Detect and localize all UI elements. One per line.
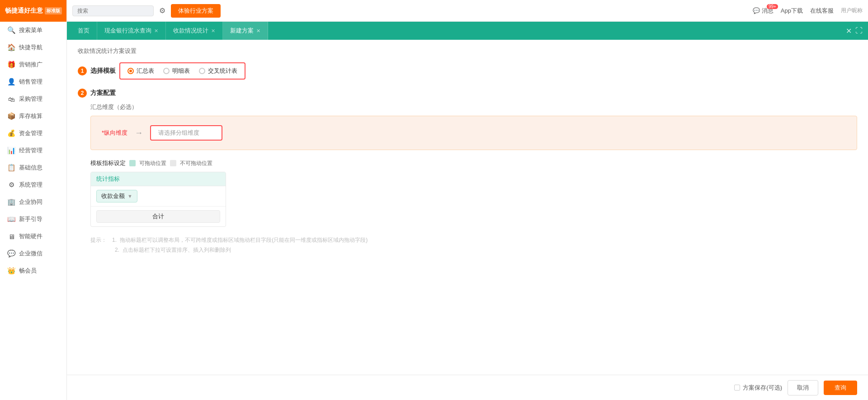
- main-area: ⚙ 体验行业方案 💬 消息 99+ App下载 在线客服 用户昵称 首页 现金银…: [67, 0, 868, 400]
- tab-collection-close-icon[interactable]: ✕: [211, 28, 215, 34]
- trial-btn[interactable]: 体验行业方案: [171, 4, 221, 18]
- radio-summary-label: 汇总表: [137, 67, 154, 75]
- inventory-icon: 📦: [7, 112, 15, 120]
- online-support-link[interactable]: 在线客服: [810, 7, 834, 15]
- tab-collection-stat[interactable]: 收款情况统计 ✕: [166, 22, 223, 40]
- page-title: 收款情况统计方案设置: [78, 47, 857, 55]
- basic-info-icon: 📋: [7, 164, 15, 172]
- tab-home[interactable]: 首页: [71, 22, 97, 40]
- metric-tag-amount[interactable]: 收款金额 ▼: [96, 190, 137, 202]
- hint-2: 2. 点击标题栏下拉可设置排序、插入列和删除列: [90, 245, 857, 255]
- sidebar-item-label: 资金管理: [19, 129, 42, 137]
- dimension-select[interactable]: 请选择分组维度: [150, 125, 222, 141]
- tab-collection-label: 收款情况统计: [173, 27, 208, 35]
- tab-home-label: 首页: [78, 27, 90, 35]
- tab-cash-close-icon[interactable]: ✕: [154, 28, 158, 34]
- hardware-icon: 🖥: [7, 233, 15, 240]
- notification-icon: 💬: [753, 7, 760, 14]
- tab-expand-icon[interactable]: ⛶: [855, 27, 863, 35]
- sidebar-item-purchase[interactable]: 🛍 采购管理: [0, 90, 66, 108]
- save-option: 方案保存(可选): [734, 384, 782, 392]
- vertical-dim-label: *纵向维度: [102, 129, 127, 137]
- radio-cross-circle: [199, 68, 205, 74]
- content-area: 收款情况统计方案设置 1 选择模板 汇总表 明细表: [67, 40, 868, 400]
- gear-icon[interactable]: ⚙: [157, 6, 167, 15]
- sidebar-item-basic-info[interactable]: 📋 基础信息: [0, 159, 66, 176]
- radio-detail-label: 明细表: [172, 67, 190, 75]
- sidebar-item-guide[interactable]: 📖 新手引导: [0, 211, 66, 228]
- step1-badge: 1: [78, 66, 87, 75]
- purchase-icon: 🛍: [7, 95, 15, 103]
- step1-header: 1 选择模板 汇总表 明细表 交叉统计表: [78, 62, 857, 80]
- sidebar-item-enterprise[interactable]: 🏢 企业协同: [0, 193, 66, 211]
- finance-icon: 💰: [7, 129, 15, 137]
- query-button[interactable]: 查询: [824, 381, 857, 395]
- hint-1: 提示： 1. 拖动标题栏可以调整布局，不可跨维度或指标区域拖动栏目字段(只能在同…: [90, 235, 857, 245]
- sidebar-item-label: 库存核算: [19, 112, 42, 120]
- metrics-section: 模板指标设定 可拖动位置 不可拖动位置 统计指标: [90, 159, 857, 255]
- guide-icon: 📖: [7, 215, 15, 223]
- app-download-link[interactable]: App下载: [781, 7, 803, 15]
- sidebar: 畅捷通好生意 标准版 🔍 搜索菜单 🏠 快捷导航 🎁 营销推广 👤 销售管理 🛍…: [0, 0, 67, 400]
- sidebar-item-label: 搜索菜单: [19, 26, 42, 34]
- template-selector: 汇总表 明细表 交叉统计表: [119, 62, 245, 80]
- sidebar-item-search-menu[interactable]: 🔍 搜索菜单: [0, 22, 66, 39]
- sidebar-item-label: 智能硬件: [19, 232, 42, 240]
- save-checkbox[interactable]: [734, 385, 740, 391]
- radio-cross[interactable]: 交叉统计表: [199, 67, 237, 75]
- notification-btn[interactable]: 💬 消息 99+: [753, 7, 774, 15]
- top-bar: ⚙ 体验行业方案 💬 消息 99+ App下载 在线客服 用户昵称: [67, 0, 868, 22]
- sidebar-item-finance[interactable]: 💰 资金管理: [0, 125, 66, 142]
- sidebar-item-sales[interactable]: 👤 销售管理: [0, 73, 66, 90]
- radio-detail[interactable]: 明细表: [163, 67, 190, 75]
- tab-new-plan-close-icon[interactable]: ✕: [256, 28, 260, 34]
- tab-bar-actions: ✕ ⛶: [846, 22, 864, 40]
- hints-section: 提示： 1. 拖动标题栏可以调整布局，不可跨维度或指标区域拖动栏目字段(只能在同…: [90, 235, 857, 255]
- sidebar-item-quick-nav[interactable]: 🏠 快捷导航: [0, 39, 66, 56]
- wechat-icon: 💬: [7, 249, 15, 258]
- sidebar-item-system[interactable]: ⚙ 系统管理: [0, 176, 66, 193]
- top-bar-right: 💬 消息 99+ App下载 在线客服 用户昵称: [753, 7, 863, 15]
- user-name: 用户昵称: [841, 7, 863, 14]
- step2-title: 方案配置: [90, 89, 116, 97]
- sidebar-item-label: 经营管理: [19, 146, 42, 155]
- sidebar-item-vip[interactable]: 👑 畅会员: [0, 262, 66, 279]
- sidebar-item-marketing[interactable]: 🎁 营销推广: [0, 56, 66, 73]
- tab-cash-query[interactable]: 现金银行流水查询 ✕: [97, 22, 166, 40]
- sidebar-item-label: 系统管理: [19, 181, 42, 189]
- logo: 畅捷通好生意 标准版: [0, 0, 66, 22]
- draggable-indicator: [129, 160, 136, 166]
- operation-icon: 📊: [7, 146, 15, 155]
- enterprise-icon: 🏢: [7, 198, 15, 206]
- tab-bar: 首页 现金银行流水查询 ✕ 收款情况统计 ✕ 新建方案 ✕ ✕ ⛶: [67, 22, 868, 40]
- notification-badge: 99+: [767, 4, 778, 9]
- marketing-icon: 🎁: [7, 61, 15, 69]
- sidebar-item-wechat[interactable]: 💬 企业微信: [0, 245, 66, 262]
- non-draggable-label: 不可拖动位置: [180, 160, 212, 167]
- search-menu-icon: 🔍: [7, 26, 15, 34]
- sidebar-item-label: 基础信息: [19, 164, 42, 172]
- radio-summary[interactable]: 汇总表: [127, 67, 154, 75]
- dimension-arrow-icon: →: [135, 128, 143, 138]
- draggable-label: 可拖动位置: [139, 160, 166, 167]
- bottom-bar: 方案保存(可选) 取消 查询: [67, 375, 868, 400]
- dimension-row: *纵向维度 → 请选择分组维度: [102, 125, 846, 141]
- search-input[interactable]: [72, 5, 154, 16]
- radio-detail-circle: [163, 68, 170, 74]
- sidebar-item-operation[interactable]: 📊 经营管理: [0, 142, 66, 159]
- cancel-button[interactable]: 取消: [788, 380, 818, 395]
- quick-nav-icon: 🏠: [7, 43, 15, 52]
- logo-text: 畅捷通好生意: [5, 7, 43, 15]
- tab-new-plan-label: 新建方案: [230, 27, 254, 35]
- tab-close-all-icon[interactable]: ✕: [846, 27, 852, 35]
- page-content: 收款情况统计方案设置 1 选择模板 汇总表 明细表: [67, 40, 868, 400]
- hint-2-text: 点击标题栏下拉可设置排序、插入列和删除列: [123, 247, 231, 253]
- stats-label: 统计指标: [96, 175, 120, 182]
- step2-header: 2 方案配置: [78, 89, 857, 98]
- tab-new-plan[interactable]: 新建方案 ✕: [223, 22, 268, 40]
- sidebar-item-hardware[interactable]: 🖥 智能硬件: [0, 228, 66, 245]
- step2-badge: 2: [78, 89, 87, 98]
- step1-section: 1 选择模板 汇总表 明细表 交叉统计表: [78, 62, 857, 80]
- sidebar-item-inventory[interactable]: 📦 库存核算: [0, 108, 66, 125]
- dimension-area: *纵向维度 → 请选择分组维度: [90, 116, 857, 150]
